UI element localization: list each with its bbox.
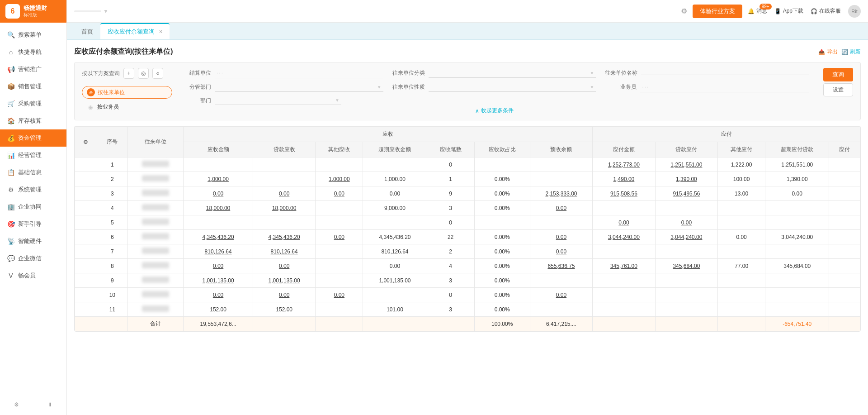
export-icon: 📤 bbox=[818, 49, 825, 55]
th-ar-ratio: 应收款占比 bbox=[474, 142, 530, 157]
member-icon: V bbox=[7, 272, 14, 279]
customer-category-input[interactable]: ▼ bbox=[429, 69, 596, 78]
sidebar-item-inventory[interactable]: 🏠 库存核算 bbox=[0, 112, 66, 129]
table-row: 101,252,773.001,251,551.001,222.001,251,… bbox=[75, 157, 860, 172]
collapse-filters-button[interactable]: ∧ 收起更多条件 bbox=[179, 107, 809, 114]
th-payable-group: 应付 bbox=[593, 127, 860, 142]
tab-home[interactable]: 首页 bbox=[74, 24, 100, 39]
refresh-icon: 🔄 bbox=[841, 49, 848, 55]
sidebar-item-operations[interactable]: 📊 经营管理 bbox=[0, 147, 66, 164]
scheme-by-staff[interactable]: ◉ 按业务员 bbox=[82, 101, 172, 113]
industry-solution-button[interactable]: 体验行业方案 bbox=[693, 5, 742, 18]
online-service-button[interactable]: 🎧 在线客服 bbox=[811, 7, 841, 15]
topbar: ▼ ⚙ 体验行业方案 🔔 消息 99+ 📱 App下载 🎧 在线客服 bbox=[67, 0, 868, 23]
filter-area: 按以下方案查询 + ◎ « ⊕ 按往来单位 bbox=[74, 62, 861, 120]
refresh-button[interactable]: 🔄 刷新 bbox=[841, 48, 861, 56]
page-content: 应收应付余额查询(按往来单位) 📤 导出 🔄 刷新 bbox=[67, 40, 868, 415]
inventory-icon: 🏠 bbox=[7, 117, 14, 124]
th-ap-loan: 贷款应付 bbox=[655, 142, 717, 157]
collapse-button[interactable]: ⏸ bbox=[33, 398, 67, 411]
hardware-icon: 📡 bbox=[7, 238, 14, 245]
settings-button[interactable]: ⚙ bbox=[0, 398, 33, 411]
table-settings-button[interactable]: 设置 bbox=[823, 83, 853, 96]
sidebar-item-guide[interactable]: 🎯 新手引导 bbox=[0, 215, 66, 233]
sidebar-item-purchase[interactable]: 🛒 采购管理 bbox=[0, 95, 66, 112]
sidebar-item-marketing[interactable]: 📢 营销推广 bbox=[0, 61, 66, 78]
sidebar-item-basic[interactable]: 📋 基础信息 bbox=[0, 164, 66, 181]
collapse-scheme-button[interactable]: « bbox=[152, 68, 163, 79]
service-label: 在线客服 bbox=[819, 7, 841, 15]
sidebar-item-label: 新手引导 bbox=[18, 220, 42, 228]
sidebar-item-capital[interactable]: 💰 资金管理 bbox=[0, 129, 66, 147]
sidebar-item-label: 智能硬件 bbox=[18, 237, 42, 245]
sidebar-item-label: 搜索菜单 bbox=[18, 31, 42, 39]
sidebar-bottom: ⚙ ⏸ bbox=[0, 394, 66, 415]
topbar-right: 🔔 消息 99+ 📱 App下载 🎧 在线客服 Rit bbox=[748, 5, 861, 18]
sidebar-item-quick-nav[interactable]: ⌂ 快捷导航 bbox=[0, 43, 66, 61]
sidebar-item-label: 资金管理 bbox=[18, 134, 42, 142]
add-scheme-button[interactable]: + bbox=[123, 68, 134, 79]
marketing-icon: 📢 bbox=[7, 66, 14, 73]
gear-icon[interactable]: ⚙ bbox=[681, 7, 687, 15]
tab-query[interactable]: 应收应付余额查询 × bbox=[100, 23, 170, 39]
footer-ap-total: -654,751.40 bbox=[765, 317, 829, 331]
division-dept-input[interactable]: ▼ bbox=[215, 83, 383, 92]
customer-type-label: 往来单位性质 bbox=[392, 83, 425, 91]
query-button[interactable]: 查询 bbox=[823, 68, 853, 81]
scheme-label: 按往来单位 bbox=[98, 89, 125, 96]
notification-button[interactable]: 🔔 消息 99+ bbox=[748, 7, 767, 15]
footer-label: 合计 bbox=[128, 317, 184, 331]
dept-input[interactable]: ▼ bbox=[215, 96, 341, 105]
table-row: 21,000.001,000.001,000.0010.00%1,490.001… bbox=[75, 172, 860, 186]
table-settings-icon[interactable]: ⚙ bbox=[83, 139, 88, 145]
page: 应收应付余额查询(按往来单位) 📤 导出 🔄 刷新 bbox=[67, 40, 868, 415]
scheme-by-unit[interactable]: ⊕ 按往来单位 bbox=[82, 86, 172, 99]
logo-text: 畅捷通财 bbox=[24, 5, 47, 12]
sidebar-item-enterprise[interactable]: 🏢 企业协同 bbox=[0, 198, 66, 215]
filter-toolbar: 按以下方案查询 + ◎ « bbox=[82, 68, 172, 79]
home-icon: ⌂ bbox=[7, 48, 14, 56]
salesperson-input[interactable]: ··· bbox=[640, 82, 809, 92]
sidebar-item-label: 企业协同 bbox=[18, 203, 42, 211]
sidebar-item-search[interactable]: 🔍 搜索菜单 bbox=[0, 26, 66, 43]
scheme-settings-button[interactable]: ◎ bbox=[138, 68, 149, 79]
settlement-unit-input[interactable]: ··· bbox=[215, 68, 383, 78]
sidebar-item-label: 企业微信 bbox=[18, 254, 42, 262]
page-title: 应收应付余额查询(按往来单位) bbox=[74, 47, 173, 57]
export-button[interactable]: 📤 导出 bbox=[818, 48, 838, 56]
footer-prepay: 6,417,215.... bbox=[530, 317, 592, 331]
capital-icon: 💰 bbox=[7, 134, 14, 142]
table-row: 11152.00152.00101.0030.00% bbox=[75, 302, 860, 317]
th-row-num: 序号 bbox=[97, 127, 127, 157]
page-actions: 📤 导出 🔄 刷新 bbox=[818, 48, 861, 56]
bell-icon: 🔔 bbox=[748, 8, 755, 14]
target-icon: ◎ bbox=[141, 70, 146, 76]
sidebar: 6 畅捷通财 标准版 🔍 搜索菜单 ⌂ 快捷导航 📢 营销推广 📦 销售管 bbox=[0, 0, 67, 415]
sidebar-item-hardware[interactable]: 📡 智能硬件 bbox=[0, 233, 66, 250]
user-avatar[interactable]: Rit bbox=[848, 5, 861, 18]
customer-category-label: 往来单位分类 bbox=[392, 69, 425, 77]
th-settings[interactable]: ⚙ bbox=[75, 127, 97, 157]
tab-close-icon[interactable]: × bbox=[159, 28, 163, 35]
app-download-button[interactable]: 📱 App下载 bbox=[774, 7, 803, 15]
th-ar-loan: 贷款应收 bbox=[253, 142, 315, 157]
sidebar-item-sales[interactable]: 📦 销售管理 bbox=[0, 78, 66, 95]
sidebar-item-wechat[interactable]: 💬 企业微信 bbox=[0, 250, 66, 267]
customer-name-input[interactable] bbox=[641, 71, 809, 75]
table-row: 100.000.000.0000.00%0.00 bbox=[75, 288, 860, 302]
tabs-bar: 首页 应收应付余额查询 × bbox=[67, 23, 868, 40]
dropdown-icon: ▼ bbox=[377, 85, 382, 90]
main-content: ▼ ⚙ 体验行业方案 🔔 消息 99+ 📱 App下载 🎧 在线客服 bbox=[67, 0, 868, 415]
table-row: 91,001,135.001,001,135.001,001,135.0030.… bbox=[75, 273, 860, 288]
settlement-unit-label: 结算单位 bbox=[179, 69, 211, 77]
customer-type-input[interactable]: ▼ bbox=[429, 83, 596, 92]
footer-ar-ratio: 100.00% bbox=[474, 317, 530, 331]
search-icon: 🔍 bbox=[7, 31, 14, 38]
sidebar-item-member[interactable]: V 畅会员 bbox=[0, 267, 66, 284]
footer-ar-total: 19,553,472,6... bbox=[184, 317, 253, 331]
sales-icon: 📦 bbox=[7, 83, 14, 90]
sidebar-item-system[interactable]: ⚙ 系统管理 bbox=[0, 181, 66, 198]
table-row: 500.000.00 bbox=[75, 215, 860, 230]
collapse-icon: ∧ bbox=[475, 108, 479, 114]
operations-icon: 📊 bbox=[7, 152, 14, 159]
